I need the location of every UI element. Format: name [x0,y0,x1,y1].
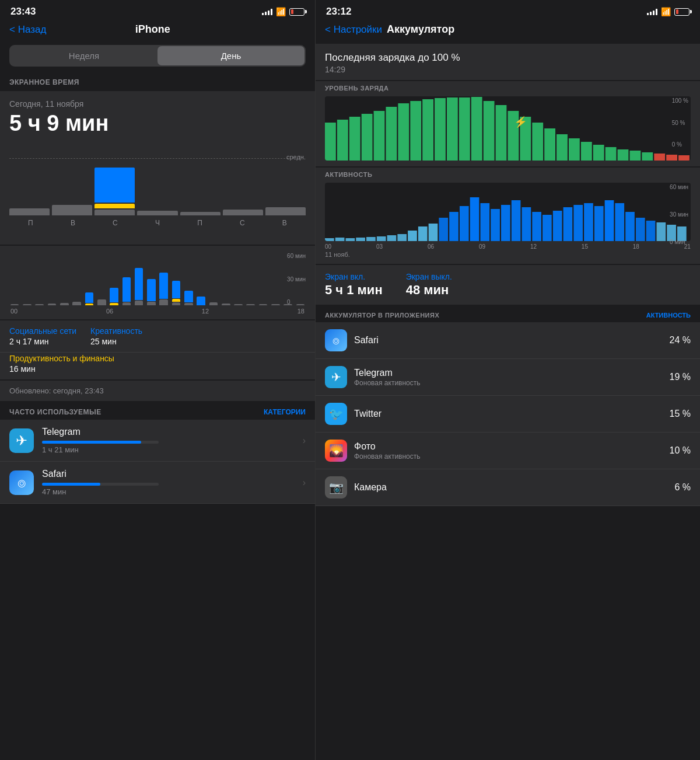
right-back-button[interactable]: < Настройки [325,24,382,36]
battery-app-twitter[interactable]: 🐦 Twitter 15 % [316,396,700,433]
twitter-battery-icon: 🐦 [325,403,347,425]
segment-day[interactable]: День [158,46,304,65]
left-status-bar: 23:43 📶 [0,0,315,21]
date-label: 11 нояб. [325,250,691,258]
svg-rect-56 [584,203,593,241]
safari-app-time: 47 мин [42,487,298,496]
battery-app-telegram[interactable]: ✈ Telegram Фоновая активность 19 % [316,359,700,396]
cat-social-value: 2 ч 17 мин [9,337,76,346]
svg-rect-13 [484,101,495,161]
screen-time-card: Сегодня, 11 ноября 5 ч 9 мин средн. [0,91,315,245]
svg-rect-35 [366,237,376,241]
screen-on-label[interactable]: Экран вкл. [325,272,383,281]
cat-creative-value: 25 мин [90,337,142,346]
svg-rect-41 [429,224,438,241]
svg-rect-29 [678,155,690,161]
battery-app-camera[interactable]: 📷 Камера 6 % [316,469,700,506]
svg-rect-25 [630,151,641,161]
screen-off-stat: Экран выкл. 48 мин [406,272,452,298]
svg-rect-50 [522,207,531,241]
category-social: Социальные сети 2 ч 17 мин [9,326,76,346]
activity-y-labels: 60 мин 30 мин 0 мин [670,184,688,245]
svg-rect-63 [656,222,666,241]
safari-chevron-icon: › [303,477,306,488]
updated-line: Обновлено: сегодня, 23:43 [0,381,315,401]
battery-info: Последняя зарядка до 100 % 14:29 [316,44,700,80]
telegram-battery-sub: Фоновая активность [354,379,670,387]
bar-p2 [180,212,220,215]
battery-apps-header: АККУМУЛЯТОР В ПРИЛОЖЕНИЯХ АКТИВНОСТЬ [316,306,700,322]
activity-section: АКТИВНОСТЬ [316,168,700,264]
freq-action[interactable]: КАТЕГОРИИ [264,408,306,416]
right-signal-icon [647,8,657,15]
hourly-x-labels: 00 06 12 18 [9,308,306,315]
svg-rect-3 [362,114,373,161]
camera-battery-icon: 📷 [325,476,347,498]
svg-rect-12 [471,97,482,161]
battery-level-label: УРОВЕНЬ ЗАРЯДА [325,85,691,92]
right-battery-icon [674,8,690,16]
svg-rect-4 [374,111,385,161]
cat-prod-label[interactable]: Продуктивность и финансы [9,354,114,363]
last-charge-title: Последняя зарядка до 100 % [325,52,691,64]
telegram-app-time: 1 ч 21 мин [42,445,298,454]
screen-off-label[interactable]: Экран выкл. [406,272,452,281]
safari-battery-icon: ⌾ [325,329,347,351]
right-status-bar: 23:12 📶 [316,0,700,21]
svg-rect-17 [532,123,543,161]
battery-apps-action[interactable]: АКТИВНОСТЬ [646,312,691,319]
svg-rect-46 [480,203,489,241]
left-status-time: 23:43 [10,6,36,18]
wifi-icon: 📶 [276,7,286,16]
hourly-y-labels: 60 мин 30 мин 0 [287,253,306,305]
svg-rect-33 [346,238,355,241]
safari-battery-pct: 24 % [670,335,691,346]
svg-rect-28 [666,155,677,161]
battery-icon [289,8,304,16]
app-item-telegram[interactable]: ✈ Telegram 1 ч 21 мин › [0,420,315,462]
bar-v [52,205,92,215]
cat-social-label[interactable]: Социальные сети [9,326,76,336]
svg-rect-11 [459,97,470,161]
app-item-safari[interactable]: ⌾ Safari 47 мин › [0,462,315,504]
right-wifi-icon: 📶 [661,7,671,16]
battery-y-labels: 100 % 50 % 0 % [672,97,688,148]
svg-rect-0 [325,123,336,161]
svg-rect-38 [397,234,407,241]
signal-icon [262,8,272,15]
svg-rect-48 [501,205,510,241]
svg-rect-8 [422,99,433,161]
battery-app-safari[interactable]: ⌾ Safari 24 % [316,322,700,359]
svg-rect-60 [625,212,635,241]
segment-week[interactable]: Неделя [10,46,158,65]
svg-rect-59 [615,203,624,241]
battery-app-photos[interactable]: 🌄 Фото Фоновая активность 10 % [316,433,700,469]
bar-p1 [9,208,50,215]
svg-rect-57 [594,206,604,241]
svg-rect-53 [553,211,562,241]
left-nav-title: iPhone [46,23,259,36]
left-panel: 23:43 📶 < Назад iPhone Неделя День ЭКРАН… [0,0,315,760]
svg-rect-19 [556,134,568,161]
svg-rect-7 [410,101,421,161]
screen-time-value: 5 ч 9 мин [9,111,306,136]
bar-ch [137,211,177,215]
screen-off-value: 48 мин [406,283,452,298]
svg-rect-54 [564,207,573,241]
screen-on-value: 5 ч 1 мин [325,283,383,298]
svg-rect-36 [377,236,386,241]
cat-creative-label[interactable]: Креативность [90,326,142,336]
hourly-chart: 60 мин 30 мин 0 00 06 12 18 [0,246,315,319]
left-back-button[interactable]: < Назад [9,24,46,36]
telegram-bar [42,441,141,444]
svg-rect-31 [325,238,334,241]
svg-rect-20 [569,138,580,161]
telegram-battery-pct: 19 % [670,372,691,382]
twitter-battery-name: Twitter [354,409,670,419]
activity-label: АКТИВНОСТЬ [325,171,691,178]
screen-on-stat: Экран вкл. 5 ч 1 мин [325,272,383,298]
right-nav-title: Аккумулятор [387,23,691,36]
segment-control[interactable]: Неделя День [9,45,306,67]
svg-rect-24 [618,149,629,161]
telegram-chevron-icon: › [303,435,306,446]
